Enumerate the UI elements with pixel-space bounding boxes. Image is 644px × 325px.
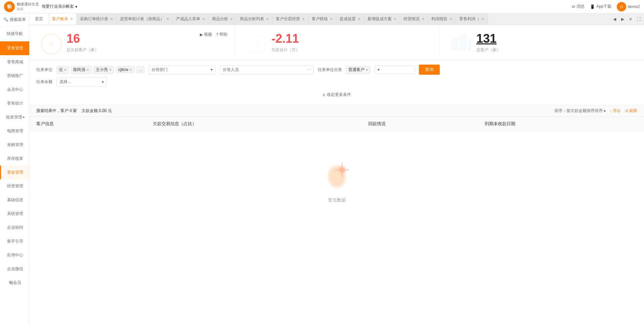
filter-tag-cjttcw-close[interactable]: ✕ [129,68,132,72]
sort-select[interactable]: 排序：按欠款金额倒序排序 ▾ [554,108,606,114]
tab-customer-contact-close[interactable]: ✕ [330,17,333,21]
tab-production-in-close[interactable]: ✕ [202,17,205,21]
sidebar-item-newbie[interactable]: 新手引导 [0,234,29,248]
tab-scroll-left[interactable]: ◀ [611,16,618,23]
tab-new-commission[interactable]: 新增提成方案 ✕ [364,13,400,25]
query-button[interactable]: 查询 [419,65,440,75]
sidebar-item-enterprise[interactable]: 企业协同 [0,221,29,234]
logo-subtext: 标版 [17,7,39,11]
tab-profit-report-close[interactable]: ✕ [449,17,452,21]
sidebar-item-member[interactable]: 畅会员 [0,276,29,290]
tab-scroll-right[interactable]: ▶ [619,16,626,23]
sidebar-item-basic-info[interactable]: 基础信息 [0,193,29,207]
user-name: demo2 [628,4,640,9]
tab-commission-settings[interactable]: 提成设置 ✕ [336,13,364,25]
filter-tags-unit-type: 普通客户 ✕ [346,66,371,74]
tab-operation-status[interactable]: 经营情况 ✕ [400,13,428,25]
app-download-button[interactable]: 📱 App下载 [590,4,611,9]
filter-tag-wu: 伍 ✕ [56,66,69,74]
tab-accounts-book-close[interactable]: ✕ [70,17,73,21]
sidebar-item-operation[interactable]: 经营管理 [0,179,29,193]
sidebar-item-ecommerce[interactable]: 电商管理 [0,124,29,138]
sidebar-item-member-center[interactable]: 会员中心 [0,83,29,97]
tab-profit-report[interactable]: 利润报告 ✕ [428,13,456,25]
collapse-button[interactable]: ∧ 收起更多条件 [318,91,355,99]
filter-row-1: 往来单位 伍 ✕ 陈民强 ✕ 王小亮 ✕ cjttcw ✕ ... 分管部门 ▾… [36,65,637,75]
sidebar-search[interactable]: 🔍 搜索菜单 [0,13,29,26]
stat-value-total-customers: 131 [476,32,501,46]
filter-dept-select[interactable]: 分管部门 ▾ [148,65,216,74]
sidebar-item-retail-mgmt[interactable]: 零售管理 [0,41,29,55]
tab-customer-contact[interactable]: 客户联络 ✕ [308,13,336,25]
more-tags-button[interactable]: ... [136,66,144,73]
tab-goods-analysis-list-close[interactable]: ✕ [266,17,269,21]
tab-instock-stats[interactable]: 进货单统计表（按商品） ✕ [117,13,173,25]
content-area: 首页 客户账本 ✕ 采购订单统计表 ✕ 进货单统计表（按商品） ✕ 产成品入库单… [30,13,644,325]
help-button[interactable]: ? 帮助 [216,32,227,37]
tab-home[interactable]: 首页 [30,13,49,25]
stat-debt-customers: ¥ 16 总欠款客户（家） ▶ 视频 ? 帮助 [30,25,234,60]
tab-goods-analysis-list[interactable]: 商品分析列表 ✕ [237,13,272,25]
sidebar-item-retail-mall[interactable]: 零售商城 [0,55,29,69]
sidebar-item-retail-stat[interactable]: 零售统计 [0,97,29,110]
filter-person-label: 分管人员 [223,67,239,73]
empty-state: 暂无数据 [30,131,644,230]
tab-commission-settings-close[interactable]: ✕ [358,17,360,21]
tab-new-commission-close[interactable]: ✕ [394,17,396,21]
tab-instock-stats-close[interactable]: ✕ [166,17,169,21]
search-icon: 🔍 [3,17,8,22]
sidebar-nav-item[interactable]: 快捷导航 [0,26,29,41]
filter-tag-normal-close[interactable]: ✕ [366,68,368,72]
stat-icon-debt-total: ✦ [245,32,265,52]
filter-tag-wu-close[interactable]: ✕ [64,68,67,72]
tab-goods-analysis-close[interactable]: ✕ [230,17,233,21]
sidebar-item-capital[interactable]: 资金管理 [0,166,29,179]
export-button[interactable]: ↑ 导出 [610,108,621,114]
user-avatar-area[interactable]: D demo2 [617,2,640,11]
tab-customer-segment-close[interactable]: ✕ [302,17,305,21]
sidebar-item-system[interactable]: 系统管理 [0,207,29,221]
refresh-button[interactable]: ↺ 刷新 [625,108,637,114]
sidebar-item-app-center[interactable]: 应用中心 [0,248,29,262]
org-selector[interactable]: 母婴行业演示帐套 ▾ [42,4,77,9]
sidebar-item-inventory[interactable]: 库存核算 [0,152,29,166]
filter-balance-select[interactable]: 选择... ▾ [56,77,107,86]
sidebar-item-batch-mgmt[interactable]: 批发管理 ▾ [0,110,29,124]
filter-person-select[interactable]: 分管人员 ··· [220,65,314,74]
collapse-icon: ∧ [323,93,326,97]
main-container: 🔍 搜索菜单 快捷导航 零售管理 零售商城 营销推广 会员中心 零售统计 批发管… [0,13,644,325]
export-icon: ↑ [610,109,612,113]
video-help-area: ▶ 视频 ? 帮助 [200,32,227,37]
tab-fullscreen[interactable]: ⛶ [635,16,642,23]
tab-operation-status-label: 经营情况 [403,16,420,22]
stat-icon-total [449,32,470,52]
logo-text-area: 畅捷通好生意 标版 [17,2,39,11]
tab-operation-status-close[interactable]: ✕ [422,17,424,21]
filter-row-2: 往来余额 选择... ▾ [36,77,637,86]
tab-purchase-stats[interactable]: 采购订单统计表 ✕ [77,13,117,25]
tab-accounts-book[interactable]: 客户账本 ✕ [49,13,77,25]
sidebar-item-wechat[interactable]: 企业微信 [0,262,29,276]
message-button[interactable]: ✉ 消息 [572,4,585,9]
filter-tag-wang-close[interactable]: ✕ [109,68,112,72]
tab-retail-profit[interactable]: 零售利润（ ✕ [456,13,488,25]
tab-goods-analysis[interactable]: 商品分析 ✕ [209,13,237,25]
tab-purchase-stats-close[interactable]: ✕ [110,17,113,21]
filter-dept-label: 分管部门 [152,67,168,73]
svg-rect-6 [468,39,471,51]
tab-production-in-label: 产成品入库单 [176,16,200,22]
tab-actions: ◀ ▶ ✕ ⛶ [609,16,644,23]
tab-close-all[interactable]: ✕ [627,16,634,23]
filter-tag-chen-close[interactable]: ✕ [86,68,89,72]
sidebar-item-marketing[interactable]: 营销推广 [0,69,29,83]
col-customer-info: 客户信息 [30,117,146,131]
tab-production-in[interactable]: 产成品入库单 ✕ [173,13,209,25]
tab-customer-segment[interactable]: 客户分层经营 ✕ [272,13,308,25]
video-button[interactable]: ▶ 视频 [200,32,212,37]
sidebar-search-label: 搜索菜单 [10,17,26,22]
results-actions: 排序：按欠款金额倒序排序 ▾ ↑ 导出 ↺ 刷新 [554,108,637,114]
filter-unit-type-select[interactable]: ▾ [375,66,415,74]
sidebar-item-purchase[interactable]: 采购管理 [0,138,29,152]
tab-retail-profit-close[interactable]: ✕ [481,17,484,21]
tab-instock-stats-label: 进货单统计表（按商品） [120,16,164,22]
